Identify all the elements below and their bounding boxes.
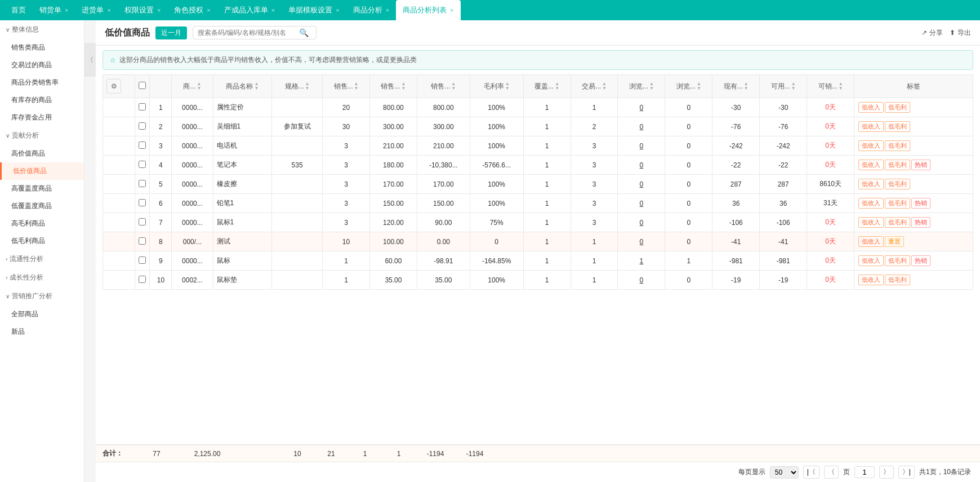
- sidebar-item-高价值商品[interactable]: 高价值商品: [0, 145, 84, 162]
- row-checkbox[interactable]: [139, 257, 146, 264]
- period-button[interactable]: 近一月: [155, 26, 187, 39]
- row-checkbox-cell[interactable]: [135, 98, 150, 117]
- row-checkbox-cell[interactable]: [135, 232, 150, 251]
- nav-item-产成品入库单[interactable]: 产成品入库单×: [217, 0, 282, 20]
- nav-item-进货单[interactable]: 进货单×: [75, 0, 117, 20]
- th-browse2[interactable]: 浏览... ▲▼: [665, 75, 712, 98]
- close-icon[interactable]: ×: [336, 7, 339, 14]
- sidebar-section-整体信息[interactable]: ∨整体信息: [0, 20, 84, 39]
- row-checkbox-cell[interactable]: [135, 194, 150, 213]
- row-checkbox[interactable]: [139, 199, 146, 206]
- sidebar-item-新品[interactable]: 新品: [0, 323, 84, 341]
- close-icon[interactable]: ×: [386, 7, 389, 14]
- th-cover[interactable]: 覆盖... ▲▼: [523, 75, 571, 98]
- row-browse1[interactable]: 1: [618, 251, 665, 271]
- row-browse1[interactable]: 0: [618, 117, 665, 136]
- last-page-button[interactable]: 〉|: [898, 466, 915, 479]
- close-icon[interactable]: ×: [450, 7, 453, 14]
- checkbox-col-header[interactable]: [135, 75, 150, 98]
- th-current[interactable]: 现有... ▲▼: [712, 75, 760, 98]
- th-browse1[interactable]: 浏览... ▲▼: [618, 75, 665, 98]
- sidebar-section-营销推广分析[interactable]: ∨营销推广分析: [0, 287, 84, 306]
- nav-item-销货单[interactable]: 销货单×: [33, 0, 75, 20]
- browse1-link[interactable]: 0: [640, 104, 644, 112]
- browse1-link[interactable]: 0: [640, 219, 644, 227]
- sidebar-collapse-button[interactable]: 《: [84, 43, 96, 77]
- close-icon[interactable]: ×: [271, 7, 275, 14]
- row-browse1[interactable]: 0: [618, 136, 665, 156]
- browse1-link[interactable]: 0: [640, 180, 644, 188]
- row-browse1[interactable]: 0: [618, 98, 665, 117]
- sidebar-item-商品分类销售率[interactable]: 商品分类销售率: [0, 74, 84, 91]
- row-checkbox[interactable]: [139, 237, 146, 245]
- settings-icon[interactable]: ⚙: [106, 79, 121, 94]
- nav-item-商品分析列表[interactable]: 商品分析列表×: [396, 0, 460, 20]
- prev-page-button[interactable]: 〈: [824, 466, 839, 479]
- next-page-button[interactable]: 〉: [879, 466, 894, 479]
- nav-item-首页[interactable]: 首页: [5, 0, 33, 20]
- row-browse1[interactable]: 0: [618, 271, 665, 290]
- row-checkbox-cell[interactable]: [135, 156, 150, 175]
- close-icon[interactable]: ×: [107, 7, 110, 14]
- th-spec[interactable]: 规格... ▲▼: [272, 75, 323, 98]
- th-sellable[interactable]: 可销... ▲▼: [807, 75, 854, 98]
- sidebar-item-高毛利商品[interactable]: 高毛利商品: [0, 215, 84, 232]
- th-sales2[interactable]: 销售... ▲▼: [417, 75, 470, 98]
- sidebar-item-低毛利商品[interactable]: 低毛利商品: [0, 232, 84, 250]
- close-icon[interactable]: ×: [157, 7, 161, 14]
- sidebar-item-交易过的商品[interactable]: 交易过的商品: [0, 56, 84, 74]
- th-gross[interactable]: 毛利率 ▲▼: [470, 75, 523, 98]
- nav-item-单据模板设置[interactable]: 单据模板设置×: [282, 0, 346, 20]
- row-browse1[interactable]: 0: [618, 194, 665, 213]
- select-all-checkbox[interactable]: [139, 82, 146, 89]
- first-page-button[interactable]: |〈: [803, 466, 819, 479]
- th-name[interactable]: 商品名称 ▲▼: [213, 75, 272, 98]
- row-checkbox-cell[interactable]: [135, 136, 150, 156]
- browse1-link[interactable]: 0: [640, 276, 644, 284]
- search-input[interactable]: [198, 29, 299, 37]
- nav-item-商品分析[interactable]: 商品分析×: [346, 0, 396, 20]
- row-checkbox[interactable]: [139, 218, 146, 225]
- browse1-link[interactable]: 0: [640, 142, 644, 150]
- page-number-input[interactable]: [854, 466, 875, 478]
- sidebar-section-贡献分析[interactable]: ∨贡献分析: [0, 126, 84, 145]
- browse1-link[interactable]: 0: [640, 200, 644, 207]
- row-browse1[interactable]: 0: [618, 175, 665, 194]
- close-icon[interactable]: ×: [65, 7, 68, 14]
- sidebar-item-高覆盖度商品[interactable]: 高覆盖度商品: [0, 180, 84, 197]
- row-checkbox[interactable]: [139, 161, 146, 168]
- search-icon[interactable]: 🔍: [299, 28, 309, 37]
- share-button[interactable]: ↗ 分享: [921, 28, 943, 38]
- row-browse1[interactable]: 0: [618, 232, 665, 251]
- sidebar-section-成长性分析[interactable]: ›成长性分析: [0, 268, 84, 287]
- sidebar-item-低价值商品[interactable]: 低价值商品: [0, 162, 84, 180]
- row-checkbox[interactable]: [139, 122, 146, 130]
- row-checkbox-cell[interactable]: [135, 175, 150, 194]
- row-checkbox[interactable]: [139, 103, 146, 110]
- browse1-link[interactable]: 0: [640, 123, 644, 131]
- row-checkbox[interactable]: [139, 276, 146, 283]
- row-browse1[interactable]: 0: [618, 156, 665, 175]
- row-browse1[interactable]: 0: [618, 213, 665, 232]
- sidebar-section-流通性分析[interactable]: ›流通性分析: [0, 250, 84, 268]
- browse1-link[interactable]: 0: [640, 161, 644, 169]
- th-qty[interactable]: 销售... ▲▼: [323, 75, 370, 98]
- browse1-link[interactable]: 0: [640, 238, 644, 246]
- row-checkbox-cell[interactable]: [135, 117, 150, 136]
- sidebar-item-销售类商品[interactable]: 销售类商品: [0, 39, 84, 56]
- sidebar-item-有库存的商品[interactable]: 有库存的商品: [0, 91, 84, 109]
- sidebar-item-全部商品[interactable]: 全部商品: [0, 306, 84, 323]
- settings-col-header[interactable]: ⚙: [103, 75, 135, 98]
- th-deal[interactable]: 交易... ▲▼: [571, 75, 618, 98]
- browse1-link[interactable]: 1: [640, 257, 644, 265]
- row-checkbox[interactable]: [139, 180, 146, 187]
- row-checkbox-cell[interactable]: [135, 271, 150, 290]
- export-button[interactable]: ⬆ 导出: [950, 28, 971, 38]
- nav-item-权限设置[interactable]: 权限设置×: [118, 0, 167, 20]
- close-icon[interactable]: ×: [207, 7, 210, 14]
- row-checkbox[interactable]: [139, 141, 146, 149]
- th-code[interactable]: 商... ▲▼: [172, 75, 213, 98]
- th-sales1[interactable]: 销售... ▲▼: [369, 75, 417, 98]
- nav-item-角色授权[interactable]: 角色授权×: [167, 0, 217, 20]
- sidebar-item-库存资金占用[interactable]: 库存资金占用: [0, 109, 84, 126]
